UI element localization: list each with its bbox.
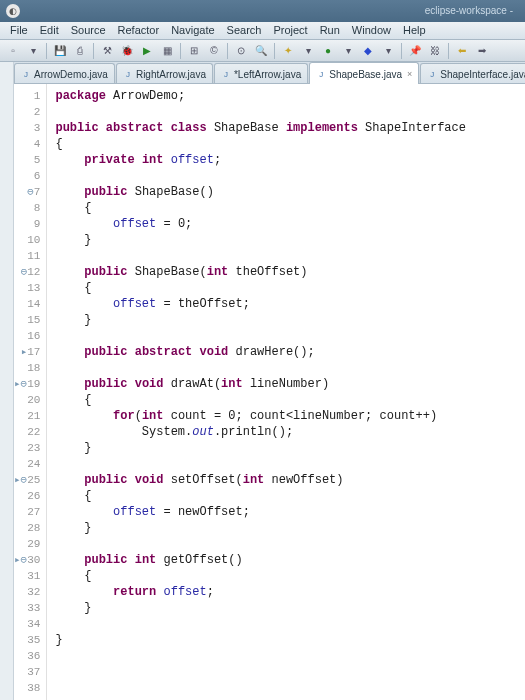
code-line[interactable]: { — [55, 488, 525, 504]
code-line[interactable]: public void drawAt(int lineNumber) — [55, 376, 525, 392]
editor-tab[interactable]: JShapeBase.java× — [309, 62, 419, 84]
code-line[interactable]: for(int count = 0; count<lineNumber; cou… — [55, 408, 525, 424]
menu-navigate[interactable]: Navigate — [165, 22, 220, 38]
code-line[interactable]: offset = theOffset; — [55, 296, 525, 312]
code-content[interactable]: package ArrowDemo;public abstract class … — [47, 84, 525, 700]
code-line[interactable]: { — [55, 280, 525, 296]
open-type-icon[interactable]: ⊙ — [232, 42, 250, 60]
line-number: 24 — [14, 456, 40, 472]
menu-window[interactable]: Window — [346, 22, 397, 38]
editor-tabs: JArrowDemo.javaJRightArrow.javaJ*LeftArr… — [0, 62, 525, 84]
dropdown-icon[interactable]: ▾ — [379, 42, 397, 60]
code-line[interactable]: public ShapeBase() — [55, 184, 525, 200]
editor-tab[interactable]: JArrowDemo.java — [14, 63, 115, 83]
menu-help[interactable]: Help — [397, 22, 432, 38]
line-number: 23 — [14, 440, 40, 456]
tab-label: ShapeBase.java — [329, 69, 402, 80]
line-number: 33 — [14, 600, 40, 616]
code-line[interactable]: offset = 0; — [55, 216, 525, 232]
code-line[interactable]: { — [55, 392, 525, 408]
line-number: 31 — [14, 568, 40, 584]
menu-project[interactable]: Project — [267, 22, 313, 38]
code-line[interactable]: } — [55, 520, 525, 536]
menu-run[interactable]: Run — [314, 22, 346, 38]
code-line[interactable] — [55, 648, 525, 664]
line-number: 21 — [14, 408, 40, 424]
new-class-icon[interactable]: © — [205, 42, 223, 60]
editor-tab[interactable]: JShapeInterface.java — [420, 63, 525, 83]
editor-area: JArrowDemo.javaJRightArrow.javaJ*LeftArr… — [0, 62, 525, 700]
code-line[interactable]: public abstract void drawHere(); — [55, 344, 525, 360]
menu-refactor[interactable]: Refactor — [112, 22, 166, 38]
save-icon[interactable]: 💾 — [51, 42, 69, 60]
eclipse-logo-icon: ◐ — [6, 4, 20, 18]
menu-search[interactable]: Search — [221, 22, 268, 38]
line-number: 1 — [14, 88, 40, 104]
code-line[interactable]: } — [55, 312, 525, 328]
code-line[interactable]: } — [55, 440, 525, 456]
dropdown-icon[interactable]: ▾ — [24, 42, 42, 60]
search-icon[interactable]: 🔍 — [252, 42, 270, 60]
new-package-icon[interactable]: ⊞ — [185, 42, 203, 60]
code-line[interactable] — [55, 104, 525, 120]
code-line[interactable]: System.out.println(); — [55, 424, 525, 440]
separator — [180, 43, 181, 59]
code-line[interactable] — [55, 664, 525, 680]
code-line[interactable] — [55, 536, 525, 552]
save-all-icon[interactable]: ⎙ — [71, 42, 89, 60]
prev-annotation-icon[interactable]: ◆ — [359, 42, 377, 60]
code-line[interactable]: public ShapeBase(int theOffset) — [55, 264, 525, 280]
code-line[interactable] — [55, 616, 525, 632]
forward-icon[interactable]: ➡ — [473, 42, 491, 60]
line-number: 9 — [14, 216, 40, 232]
link-icon[interactable]: ⛓ — [426, 42, 444, 60]
code-line[interactable]: { — [55, 136, 525, 152]
code-line[interactable]: } — [55, 232, 525, 248]
editor-tab[interactable]: JRightArrow.java — [116, 63, 213, 83]
code-line[interactable] — [55, 328, 525, 344]
close-icon[interactable]: × — [407, 69, 412, 79]
toggle-mark-icon[interactable]: ✦ — [279, 42, 297, 60]
dropdown-icon[interactable]: ▾ — [339, 42, 357, 60]
code-line[interactable] — [55, 680, 525, 696]
line-number: 29 — [14, 536, 40, 552]
code-line[interactable]: } — [55, 632, 525, 648]
code-line[interactable]: private int offset; — [55, 152, 525, 168]
code-editor[interactable]: 123456⊖7891011⊖1213141516▸1718▸⊖19202122… — [0, 84, 525, 700]
run-icon[interactable]: ▶ — [138, 42, 156, 60]
code-line[interactable]: return offset; — [55, 584, 525, 600]
line-number: 27 — [14, 504, 40, 520]
code-line[interactable]: } — [55, 600, 525, 616]
line-number: 20 — [14, 392, 40, 408]
code-line[interactable]: public abstract class ShapeBase implemen… — [55, 120, 525, 136]
next-annotation-icon[interactable]: ● — [319, 42, 337, 60]
separator — [227, 43, 228, 59]
code-line[interactable] — [55, 248, 525, 264]
menu-file[interactable]: File — [4, 22, 34, 38]
new-icon[interactable]: ▫ — [4, 42, 22, 60]
code-line[interactable]: package ArrowDemo; — [55, 88, 525, 104]
editor-tab[interactable]: J*LeftArrow.java — [214, 63, 308, 83]
build-icon[interactable]: ⚒ — [98, 42, 116, 60]
line-number: 28 — [14, 520, 40, 536]
code-line[interactable] — [55, 456, 525, 472]
debug-icon[interactable]: 🐞 — [118, 42, 136, 60]
code-line[interactable] — [55, 168, 525, 184]
pin-icon[interactable]: 📌 — [406, 42, 424, 60]
dropdown-icon[interactable]: ▾ — [299, 42, 317, 60]
code-line[interactable]: public void setOffset(int newOffset) — [55, 472, 525, 488]
tab-label: ArrowDemo.java — [34, 69, 108, 80]
line-number: ▸⊖30 — [14, 552, 40, 568]
line-number: 6 — [14, 168, 40, 184]
back-icon[interactable]: ⬅ — [453, 42, 471, 60]
coverage-icon[interactable]: ▦ — [158, 42, 176, 60]
java-file-icon: J — [427, 69, 437, 79]
code-line[interactable]: { — [55, 568, 525, 584]
menu-source[interactable]: Source — [65, 22, 112, 38]
code-line[interactable]: public int getOffset() — [55, 552, 525, 568]
code-line[interactable] — [55, 360, 525, 376]
code-line[interactable]: offset = newOffset; — [55, 504, 525, 520]
code-line[interactable]: { — [55, 200, 525, 216]
menu-edit[interactable]: Edit — [34, 22, 65, 38]
line-number: 4 — [14, 136, 40, 152]
